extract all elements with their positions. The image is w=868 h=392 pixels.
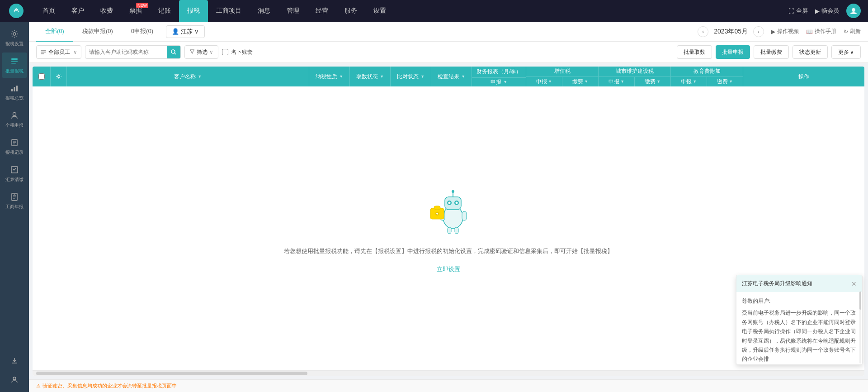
sub-accounts-checkbox[interactable] <box>222 49 228 55</box>
warning-text: 验证账密、采集信息均成功的企业才会流转至批量报税页面中 <box>42 382 177 389</box>
search-input-field[interactable] <box>85 49 167 55</box>
chevron-down-icon: ∨ <box>194 28 199 35</box>
next-month-button[interactable]: › <box>753 26 764 37</box>
employee-icon <box>40 48 47 56</box>
nav-fee[interactable]: 收费 <box>92 0 121 22</box>
tab-all[interactable]: 全部(0) <box>36 22 73 42</box>
sidebar-item-personal-tax[interactable]: 个税申报 <box>2 107 27 132</box>
th-vat-declare: 申报 ▼ <box>526 77 562 87</box>
sidebar-item-annual-settlement[interactable]: 汇算清缴 <box>2 161 27 186</box>
th-city-construction: 城市维护建设税 申报 ▼ 缴费 ▼ <box>599 67 671 86</box>
th-edu-sub: 申报 ▼ 缴费 ▼ <box>671 77 743 87</box>
notification-panel: 江苏电子税务局升级影响通知 ✕ 尊敬的用户: 受当前电子税务局进一步升级的影响，… <box>736 275 863 365</box>
fetch-sort-icon: ▼ <box>380 74 384 79</box>
nav-customer[interactable]: 客户 <box>63 0 92 22</box>
sidebar-item-annual-report[interactable]: 工商年报 <box>2 188 27 214</box>
province-selector[interactable]: 👤 江苏 ∨ <box>166 25 205 38</box>
new-badge: NEW <box>136 3 148 8</box>
sidebar-item-download[interactable] <box>2 352 27 369</box>
annual-report-icon <box>9 192 19 202</box>
svg-point-3 <box>13 33 16 35</box>
svg-rect-34 <box>455 227 458 234</box>
vip-button[interactable]: ▶ 畅会员 <box>815 7 839 15</box>
sidebar-label-annual-settlement: 汇算清缴 <box>5 177 24 183</box>
tabs-bar: 全部(0) 税款申报(0) 0申报(0) 👤 江苏 ∨ ‹ 2023年05月 ›… <box>29 22 868 42</box>
svg-point-25 <box>456 202 458 204</box>
nav-bizproject[interactable]: 工商项目 <box>208 0 250 22</box>
prev-month-button[interactable]: ‹ <box>698 26 708 37</box>
notification-scrollbar[interactable] <box>859 292 861 363</box>
refresh-button[interactable]: ↻ 刷新 <box>844 28 861 35</box>
svg-point-1 <box>15 9 18 11</box>
annual-settlement-icon <box>9 165 19 175</box>
setup-link[interactable]: 立即设置 <box>437 265 460 273</box>
tax-settings-icon <box>9 29 19 39</box>
logo[interactable] <box>7 2 25 20</box>
th-compare-status: 比对状态 ▼ <box>391 67 431 86</box>
employee-label: 全部员工 <box>48 48 70 56</box>
refresh-icon: ↻ <box>844 29 848 35</box>
notification-close-button[interactable]: ✕ <box>851 280 857 287</box>
filter-label: 筛选 <box>197 48 208 56</box>
svg-rect-6 <box>11 63 16 64</box>
nav-home[interactable]: 首页 <box>34 0 63 22</box>
operation-video-button[interactable]: ▶ 操作视频 <box>771 28 799 35</box>
nav-bill[interactable]: 票据 NEW <box>121 0 150 22</box>
nav-business[interactable]: 经营 <box>307 0 336 22</box>
th-gear-col[interactable] <box>51 67 67 86</box>
sub-accounts-label: 名下账套 <box>231 48 253 56</box>
notification-scrollbar-thumb[interactable] <box>859 292 861 310</box>
sidebar-item-tax-overview[interactable]: 报税总览 <box>2 80 27 105</box>
sidebar-item-tax-settings[interactable]: 报税设置 <box>2 25 27 51</box>
status-update-button[interactable]: 状态更新 <box>793 45 828 59</box>
batch-pay-button[interactable]: 批量缴费 <box>754 45 789 59</box>
sidebar-item-batch-tax[interactable]: 批量报税 <box>2 53 27 78</box>
bottom-bar: ⚠ 验证账密、采集信息均成功的企业才会流转至批量报税页面中 <box>29 379 868 392</box>
sidebar: 报税设置 批量报税 报税总览 <box>0 22 29 392</box>
fullscreen-button[interactable]: ⛶ 全屏 <box>788 7 808 15</box>
nav-settings[interactable]: 设置 <box>365 0 394 22</box>
employee-chevron-icon: ∨ <box>73 49 77 55</box>
nav-right-actions: ⛶ 全屏 ▶ 畅会员 <box>788 4 861 18</box>
nav-message[interactable]: 消息 <box>250 0 278 22</box>
tabs-right-actions: ▶ 操作视频 📖 操作手册 ↻ 刷新 <box>771 28 861 35</box>
th-vat: 增值税 申报 ▼ 缴费 ▼ <box>526 67 599 86</box>
operation-manual-button[interactable]: 📖 操作手册 <box>806 28 836 35</box>
more-button[interactable]: 更多 ∨ <box>831 45 861 59</box>
sidebar-label-tax-records: 报税记录 <box>5 149 24 156</box>
svg-rect-9 <box>16 86 18 91</box>
search-button[interactable] <box>167 45 180 59</box>
th-fetch-status: 取数状态 ▼ <box>350 67 391 86</box>
nav-tax[interactable]: 报税 <box>179 0 208 22</box>
batch-fetch-button[interactable]: 批量取数 <box>677 45 712 59</box>
horizontal-scrollbar[interactable] <box>33 370 864 376</box>
select-all-checkbox[interactable] <box>38 73 45 80</box>
sidebar-label-personal-tax: 个税申报 <box>5 122 24 129</box>
tab-tax-declare[interactable]: 税款申报(0) <box>73 22 122 42</box>
svg-rect-7 <box>11 89 13 91</box>
nav-bookkeep[interactable]: 记账 <box>150 0 179 22</box>
svg-rect-8 <box>14 87 15 91</box>
filter-chevron-icon: ∨ <box>209 49 213 55</box>
batch-tax-icon <box>9 56 19 66</box>
svg-rect-31 <box>434 206 440 210</box>
svg-rect-16 <box>41 52 46 53</box>
batch-declare-button[interactable]: 批量申报 <box>716 45 750 59</box>
sidebar-item-tax-records[interactable]: 报税记录 <box>2 134 27 159</box>
th-check-result: 检查结果 ▼ <box>431 67 472 86</box>
svg-point-27 <box>452 190 454 193</box>
nav-manage[interactable]: 管理 <box>278 0 307 22</box>
sort-icon: ▼ <box>198 74 202 79</box>
filter-button[interactable]: 筛选 ∨ <box>184 45 218 59</box>
sidebar-label-tax-settings: 报税设置 <box>5 41 24 47</box>
employee-select[interactable]: 全部员工 ∨ <box>36 45 81 59</box>
scrollbar-thumb[interactable] <box>36 372 307 375</box>
more-chevron-icon: ∨ <box>850 49 854 55</box>
nav-service[interactable]: 服务 <box>336 0 365 22</box>
user-avatar[interactable] <box>846 4 861 18</box>
svg-rect-15 <box>41 50 46 51</box>
video-icon: ▶ <box>771 29 775 35</box>
tab-zero-declare[interactable]: 0申报(0) <box>122 22 162 42</box>
sidebar-item-user[interactable] <box>2 371 27 388</box>
th-edu-label: 教育费附加 <box>671 67 743 77</box>
